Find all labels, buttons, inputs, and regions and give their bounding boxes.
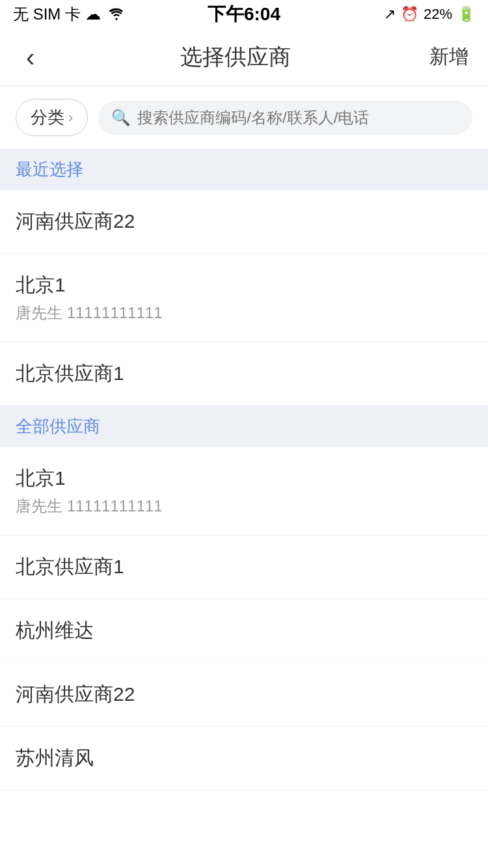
list-item[interactable]: 北京1唐先生 11111111111: [0, 254, 488, 342]
location-icon: ↗: [384, 6, 396, 23]
all-section-label: 全部供应商: [16, 416, 100, 436]
item-name: 北京1: [16, 272, 472, 299]
search-wrapper: 🔍: [98, 101, 472, 135]
alarm-icon: ⏰: [401, 6, 418, 23]
category-button[interactable]: 分类 ›: [16, 99, 88, 136]
list-item[interactable]: 河南供应商22: [0, 663, 488, 727]
category-label: 分类: [31, 106, 64, 129]
status-right: ↗ ⏰ 22% 🔋: [384, 6, 475, 23]
search-input[interactable]: [137, 109, 459, 127]
wifi-icon: [107, 8, 126, 21]
item-name: 河南供应商22: [16, 681, 472, 708]
nav-bar: ‹ 选择供应商 新增: [0, 29, 488, 86]
item-name: 北京1: [16, 465, 472, 492]
status-left: 无 SIM 卡 ☁: [13, 4, 126, 25]
add-button[interactable]: 新增: [429, 44, 468, 70]
list-item[interactable]: 苏州清风: [0, 727, 488, 791]
back-button[interactable]: ‹: [20, 38, 41, 77]
chevron-right-icon: ›: [68, 109, 73, 126]
page-title: 选择供应商: [180, 42, 291, 72]
item-sub: 唐先生 11111111111: [16, 496, 472, 517]
status-time: 下午6:04: [208, 2, 280, 27]
recent-list: 河南供应商22北京1唐先生 11111111111北京供应商1: [0, 190, 488, 406]
item-name: 北京供应商1: [16, 554, 472, 580]
list-item[interactable]: 北京供应商1: [0, 342, 488, 406]
battery-text: 22%: [424, 6, 452, 23]
status-bar: 无 SIM 卡 ☁ 下午6:04 ↗ ⏰ 22% 🔋: [0, 0, 488, 29]
filter-bar: 分类 › 🔍: [0, 86, 488, 149]
list-item[interactable]: 河南供应商22: [0, 190, 488, 254]
item-sub: 唐先生 11111111111: [16, 303, 472, 323]
all-list: 北京1唐先生 11111111111北京供应商1杭州维达河南供应商22苏州清风: [0, 447, 488, 791]
recent-section-header: 最近选择: [0, 149, 488, 190]
item-name: 北京供应商1: [16, 360, 472, 387]
no-sim-text: 无 SIM 卡 ☁: [13, 4, 101, 25]
battery-icon: 🔋: [457, 6, 475, 23]
recent-section-label: 最近选择: [16, 159, 83, 179]
list-item[interactable]: 北京供应商1: [0, 536, 488, 599]
item-name: 苏州清风: [16, 745, 472, 772]
search-icon: 🔍: [111, 109, 131, 127]
item-name: 河南供应商22: [16, 208, 472, 235]
list-item[interactable]: 杭州维达: [0, 599, 488, 663]
all-section-header: 全部供应商: [0, 406, 488, 447]
item-name: 杭州维达: [16, 617, 472, 644]
list-item[interactable]: 北京1唐先生 11111111111: [0, 447, 488, 536]
